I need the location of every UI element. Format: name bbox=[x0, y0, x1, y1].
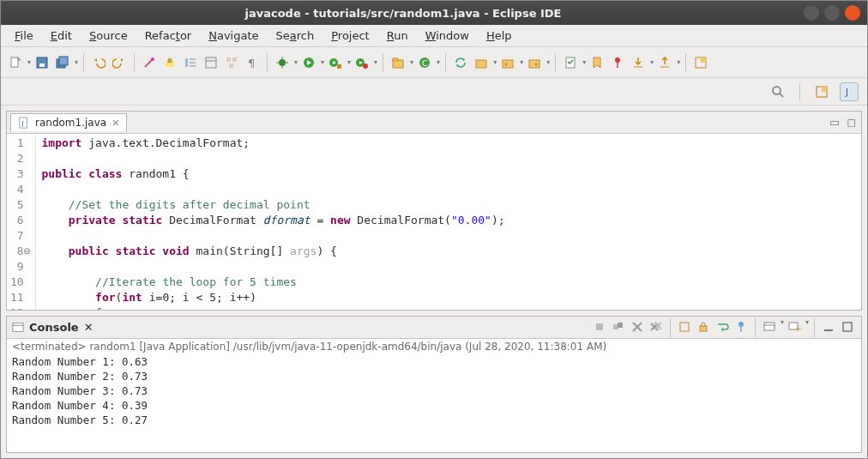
console-min-icon[interactable] bbox=[820, 318, 837, 335]
open-type-dropdown[interactable]: ▾ bbox=[493, 58, 497, 66]
menu-file[interactable]: File bbox=[8, 27, 40, 44]
separator bbox=[670, 318, 671, 337]
console-remove-all-icon[interactable] bbox=[648, 318, 665, 335]
save-all-dropdown[interactable]: ▾ bbox=[75, 58, 78, 66]
menu-source[interactable]: Source bbox=[82, 27, 135, 44]
console-new-console-dropdown[interactable]: ▾ bbox=[805, 318, 809, 337]
editor-area: J random1.java ✕ ▭ ◻ 1 2 3 4 5 6 7 8⊖ 9 … bbox=[6, 111, 862, 311]
menu-refactor[interactable]: Refactor bbox=[138, 27, 199, 44]
minimize-view-icon[interactable]: ▭ bbox=[829, 116, 840, 129]
separator bbox=[685, 53, 686, 72]
pin-icon[interactable] bbox=[608, 53, 627, 72]
fwd-nav-icon[interactable] bbox=[525, 53, 544, 72]
bookmark-icon[interactable] bbox=[588, 53, 606, 72]
svg-rect-15 bbox=[232, 57, 237, 62]
open-type-icon[interactable] bbox=[472, 53, 491, 72]
new-class-icon[interactable]: C bbox=[415, 53, 434, 72]
run-icon[interactable] bbox=[299, 53, 318, 72]
run-config-dropdown[interactable]: ▾ bbox=[347, 58, 351, 66]
editor-tab-controls: ▭ ◻ bbox=[829, 116, 861, 129]
quick-access-search-icon[interactable] bbox=[769, 82, 787, 101]
console-console-switch-icon[interactable] bbox=[761, 318, 778, 335]
new-dropdown[interactable]: ▾ bbox=[27, 58, 31, 66]
fwd-nav-dropdown[interactable]: ▾ bbox=[546, 58, 550, 66]
new-pkg-dropdown[interactable]: ▾ bbox=[410, 58, 413, 66]
svg-rect-12 bbox=[206, 57, 216, 68]
redo-icon[interactable] bbox=[110, 53, 129, 72]
java-perspective-icon[interactable]: J bbox=[840, 82, 859, 101]
block-icon[interactable] bbox=[202, 53, 220, 72]
svg-rect-0 bbox=[11, 57, 18, 67]
debug-dropdown[interactable]: ▾ bbox=[294, 58, 298, 66]
menu-edit[interactable]: Edit bbox=[44, 27, 79, 44]
console-stop-icon[interactable] bbox=[591, 318, 608, 335]
svg-line-43 bbox=[780, 94, 783, 97]
separator bbox=[814, 318, 815, 337]
step-out-icon[interactable] bbox=[655, 53, 674, 72]
outline-icon[interactable] bbox=[181, 53, 200, 72]
new-pkg-icon[interactable] bbox=[389, 53, 407, 72]
new-class-dropdown[interactable]: ▾ bbox=[437, 58, 440, 66]
close-button[interactable] bbox=[845, 5, 860, 21]
svg-text:¶: ¶ bbox=[248, 57, 255, 69]
console-max-icon[interactable] bbox=[839, 318, 856, 335]
debug-icon[interactable] bbox=[273, 53, 292, 72]
menu-search[interactable]: Search bbox=[269, 27, 322, 44]
svg-rect-34 bbox=[529, 60, 539, 68]
save-all-icon[interactable] bbox=[53, 53, 72, 72]
back-nav-dropdown[interactable]: ▾ bbox=[520, 58, 523, 66]
menu-help[interactable]: Help bbox=[479, 27, 519, 44]
svg-rect-29 bbox=[393, 58, 398, 61]
menubar: File Edit Source Refactor Navigate Searc… bbox=[1, 25, 867, 47]
struct-icon[interactable] bbox=[222, 53, 241, 72]
perspective-bar: J bbox=[1, 78, 867, 106]
undo-icon[interactable] bbox=[89, 53, 108, 72]
minimize-button[interactable] bbox=[804, 5, 819, 21]
menu-navigate[interactable]: Navigate bbox=[202, 27, 265, 44]
close-tab-icon[interactable]: ✕ bbox=[112, 118, 119, 129]
task-icon[interactable] bbox=[561, 53, 580, 72]
task-dropdown[interactable]: ▾ bbox=[582, 58, 586, 66]
console-expand-icon[interactable] bbox=[676, 318, 693, 335]
svg-rect-49 bbox=[13, 323, 23, 331]
pilcrow-icon[interactable]: ¶ bbox=[243, 53, 262, 72]
code-editor[interactable]: 1 2 3 4 5 6 7 8⊖ 9 10 11 12 13 import ja… bbox=[7, 134, 861, 310]
step-in-dropdown[interactable]: ▾ bbox=[650, 58, 654, 66]
run-config-icon[interactable] bbox=[326, 53, 345, 72]
menu-project[interactable]: Project bbox=[324, 27, 377, 44]
svg-rect-33 bbox=[503, 60, 513, 68]
sync-icon[interactable] bbox=[451, 53, 470, 72]
code-text[interactable]: import java.text.DecimalFormat; public c… bbox=[36, 134, 861, 310]
console-remove-icon[interactable] bbox=[629, 318, 646, 335]
svg-point-36 bbox=[615, 57, 620, 63]
console-output[interactable]: Random Number 1: 0.63 Random Number 2: 0… bbox=[7, 354, 861, 431]
back-nav-icon[interactable] bbox=[498, 53, 517, 72]
run-dropdown[interactable]: ▾ bbox=[321, 58, 324, 66]
save-icon[interactable] bbox=[33, 53, 51, 72]
highlight-icon[interactable] bbox=[160, 53, 179, 72]
step-out-dropdown[interactable]: ▾ bbox=[677, 58, 680, 66]
perspective-icon[interactable] bbox=[691, 53, 710, 72]
console-wrap-icon[interactable] bbox=[714, 318, 731, 335]
run-last-dropdown[interactable]: ▾ bbox=[374, 58, 377, 66]
maximize-button[interactable] bbox=[824, 5, 840, 21]
new-icon[interactable] bbox=[6, 53, 25, 72]
tab-random1-java[interactable]: J random1.java ✕ bbox=[10, 113, 127, 131]
console-console-switch-dropdown[interactable]: ▾ bbox=[781, 318, 784, 337]
console-pin2-icon[interactable] bbox=[732, 318, 750, 335]
svg-point-42 bbox=[773, 87, 781, 94]
window-titlebar: javacode - tutorials/src/random1.java - … bbox=[1, 1, 867, 25]
run-last-icon[interactable] bbox=[353, 53, 371, 72]
menu-window[interactable]: Window bbox=[419, 27, 476, 44]
console-status: <terminated> random1 [Java Application] … bbox=[7, 339, 861, 354]
console-tab-close-icon[interactable]: ✕ bbox=[84, 321, 93, 334]
wand-icon[interactable] bbox=[140, 53, 159, 72]
menu-run[interactable]: Run bbox=[380, 27, 415, 44]
separator bbox=[555, 53, 556, 72]
open-perspective-icon[interactable] bbox=[812, 82, 831, 101]
console-scroll-lock-icon[interactable] bbox=[695, 318, 712, 335]
maximize-view-icon[interactable]: ◻ bbox=[847, 116, 856, 129]
console-stop-all-icon[interactable] bbox=[610, 318, 627, 335]
step-in-icon[interactable] bbox=[629, 53, 648, 72]
console-new-console-icon[interactable]: + bbox=[786, 318, 803, 335]
